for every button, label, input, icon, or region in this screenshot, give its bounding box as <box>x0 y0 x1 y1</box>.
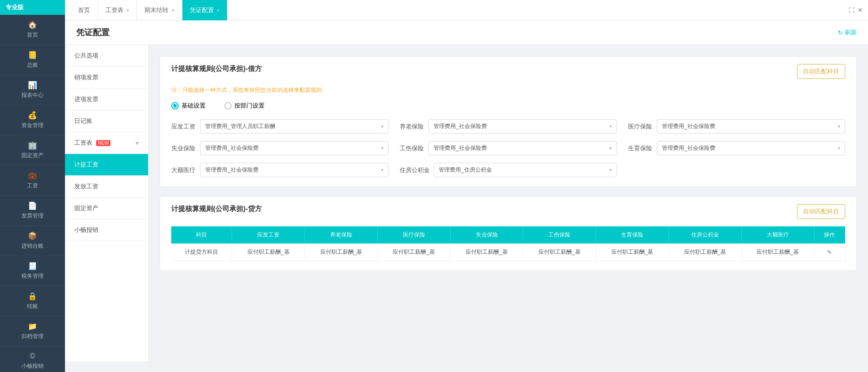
tab-voucher-config[interactable]: 凭证配置 × <box>182 0 227 20</box>
nav-item-accrual-salary[interactable]: 计提工资 <box>65 154 148 176</box>
field-maternity-select[interactable]: 管理费用_社会保险费 ▾ <box>657 141 845 155</box>
sidebar-item-label: 资金管理 <box>21 122 44 129</box>
field-medical-select[interactable]: 管理费用_社会保险费 ▾ <box>657 119 845 134</box>
field-salary-select[interactable]: 管理费用_管理人员职工薪酬 ▾ <box>200 119 389 134</box>
field-maternity: 生育保险 管理费用_社会保险费 ▾ <box>628 141 845 155</box>
tab-home[interactable]: 首页 <box>71 0 98 20</box>
sidebar-item-asset[interactable]: 🏢 固定资产 <box>0 135 65 166</box>
field-housing-select[interactable]: 管理费用_住房公积金 ▾ <box>434 163 617 177</box>
nav-item-purchase-invoice[interactable]: 进项发票 <box>65 89 148 110</box>
chevron-down-icon: ▾ <box>381 167 383 173</box>
field-unemployment-label: 失业保险 <box>171 144 196 153</box>
new-badge: NEW <box>96 140 110 146</box>
chevron-down-icon: ▾ <box>609 146 612 151</box>
maximize-icon[interactable]: ⛶ <box>849 7 854 13</box>
sidebar-item-label: 报表中心 <box>21 91 44 99</box>
edit-icon[interactable]: ✎ <box>827 249 832 256</box>
chevron-down-icon: ▾ <box>838 124 840 129</box>
tax-icon: 🧾 <box>28 262 37 270</box>
tabs-bar: 首页 工资表 × 期末结转 × 凭证配置 × ⛶ ✕ <box>65 0 868 20</box>
sidebar-item-home[interactable]: 🏠 首页 <box>0 15 65 45</box>
col-unemployment: 失业保险 <box>450 226 523 244</box>
nav-item-public[interactable]: 公共选项 <box>65 45 148 67</box>
home-icon: 🏠 <box>28 20 37 29</box>
sidebar-item-fund[interactable]: 💰 资金管理 <box>0 105 65 135</box>
field-pension: 养老保险 管理费用_社会保险费 ▾ <box>400 119 617 134</box>
form-area: 计提核算规则(公司承担)-借方 自动匹配科目 注：只能选择一种方式，系统将按照您… <box>149 45 868 361</box>
debit-fields-grid: 应发工资 管理费用_管理人员职工薪酬 ▾ 养老保险 管理费用_社会保险费 <box>171 119 845 177</box>
section-credit: 计提核算规则(公司承担)-贷方 自动匹配科目 科目 应发工资 养老保险 医疗保险 <box>160 196 857 271</box>
col-action: 操作 <box>814 226 845 244</box>
chevron-down-icon: ▾ <box>609 167 612 173</box>
radio-basic[interactable]: 基础设置 <box>171 102 206 110</box>
main-area: 首页 工资表 × 期末结转 × 凭证配置 × ⛶ ✕ 凭证配置 ↻ 刷新 <box>65 0 868 372</box>
nav-item-xiaochang[interactable]: 小畅报销 <box>65 219 148 241</box>
sidebar-item-trade[interactable]: 📦 进销台账 <box>0 226 65 256</box>
field-injury-select[interactable]: 管理费用_社会保险费 ▾ <box>428 141 617 155</box>
field-injury: 工伤保险 管理费用_社会保险费 ▾ <box>400 141 617 155</box>
fund-icon: 💰 <box>28 111 37 120</box>
cell-pension: 应付职工薪酬_基 <box>305 244 378 261</box>
sidebar-item-label: 工资 <box>27 182 38 190</box>
nav-item-sales-invoice[interactable]: 销项发票 <box>65 67 148 89</box>
sidebar-item-label: 税务管理 <box>21 272 44 280</box>
cell-action[interactable]: ✎ <box>814 244 845 261</box>
chevron-down-icon: ▾ <box>381 124 383 129</box>
radio-dept[interactable]: 按部门设置 <box>224 102 265 110</box>
page-title: 凭证配置 <box>76 27 110 38</box>
col-medical: 医疗保险 <box>377 226 450 244</box>
content-wrapper: 公共选项 销项发票 进项发票 日记账 工资表 NEW ▾ 计提工资 <box>65 45 868 361</box>
refresh-button[interactable]: ↻ 刷新 <box>838 28 857 37</box>
col-subject: 科目 <box>171 226 232 244</box>
sidebar-item-expense[interactable]: © 小畅报销 <box>0 346 65 372</box>
col-salary: 应发工资 <box>232 226 305 244</box>
tab-close-voucher[interactable]: × <box>217 7 220 13</box>
archive-icon: 📁 <box>28 322 37 331</box>
section-debit: 计提核算规则(公司承担)-借方 自动匹配科目 注：只能选择一种方式，系统将按照您… <box>160 56 857 187</box>
sidebar-item-archive[interactable]: 📁 归档管理 <box>0 316 65 346</box>
sidebar-item-label: 结账 <box>27 302 38 310</box>
sidebar-item-close[interactable]: 🔒 结账 <box>0 286 65 316</box>
col-housing: 住房公积金 <box>668 226 741 244</box>
field-medical-label: 医疗保险 <box>628 122 653 131</box>
cell-maternity: 应付职工薪酬_基 <box>596 244 669 261</box>
nav-item-pay-salary[interactable]: 发放工资 <box>65 176 148 198</box>
sidebar-item-tax[interactable]: 🧾 税务管理 <box>0 256 65 286</box>
cell-housing: 应付职工薪酬_基 <box>668 244 741 261</box>
field-pension-select[interactable]: 管理费用_社会保险费 ▾ <box>428 119 617 134</box>
field-salary-label: 应发工资 <box>171 122 196 131</box>
cell-injury: 应付职工薪酬_基 <box>523 244 596 261</box>
nav-item-journal[interactable]: 日记账 <box>65 110 148 132</box>
left-nav: 公共选项 销项发票 进项发票 日记账 工资表 NEW ▾ 计提工资 <box>65 45 149 361</box>
app-version-label: 专业版 <box>0 0 65 15</box>
field-big-medical-select[interactable]: 管理费用_社会保险费 ▾ <box>200 163 389 177</box>
tab-salary-table[interactable]: 工资表 × <box>98 0 137 20</box>
field-unemployment-select[interactable]: 管理费用_社会保险费 ▾ <box>200 141 389 155</box>
page-content: 凭证配置 ↻ 刷新 公共选项 销项发票 进项发票 日记账 <box>65 20 868 372</box>
window-controls: ⛶ ✕ <box>849 7 862 13</box>
nav-item-salary-table[interactable]: 工资表 NEW ▾ <box>65 132 148 154</box>
auto-match-credit-button[interactable]: 自动匹配科目 <box>797 204 845 219</box>
field-maternity-label: 生育保险 <box>628 144 653 153</box>
tab-close-period[interactable]: × <box>171 7 174 13</box>
trade-icon: 📦 <box>28 231 37 240</box>
expand-icon: ▾ <box>136 140 139 147</box>
chevron-down-icon: ▾ <box>838 146 840 151</box>
sidebar-item-invoice[interactable]: 📄 发票管理 <box>0 196 65 226</box>
close-window-icon[interactable]: ✕ <box>858 7 862 13</box>
sidebar-item-report[interactable]: 📊 报表中心 <box>0 75 65 105</box>
sidebar-item-label: 归档管理 <box>21 333 44 340</box>
tab-period-close[interactable]: 期末结转 × <box>137 0 182 20</box>
table-row: 计提贷方科目 应付职工薪酬_基 应付职工薪酬_基 应付职工薪酬_基 应付职工薪酬… <box>171 244 845 261</box>
chevron-down-icon: ▾ <box>381 146 383 151</box>
asset-icon: 🏢 <box>28 141 37 150</box>
auto-match-debit-button[interactable]: 自动匹配科目 <box>797 64 845 79</box>
sidebar-item-ledger[interactable]: 📒 总账 <box>0 45 65 75</box>
cell-unemployment: 应付职工薪酬_基 <box>450 244 523 261</box>
field-big-medical: 大额医疗 管理费用_社会保险费 ▾ <box>171 163 389 177</box>
sidebar-item-label: 固定资产 <box>21 152 44 160</box>
tab-close-salary[interactable]: × <box>126 7 129 13</box>
sidebar-item-salary[interactable]: 💼 工资 <box>0 166 65 196</box>
nav-item-fixed-asset[interactable]: 固定资产 <box>65 198 148 219</box>
cell-salary: 应付职工薪酬_基 <box>232 244 305 261</box>
